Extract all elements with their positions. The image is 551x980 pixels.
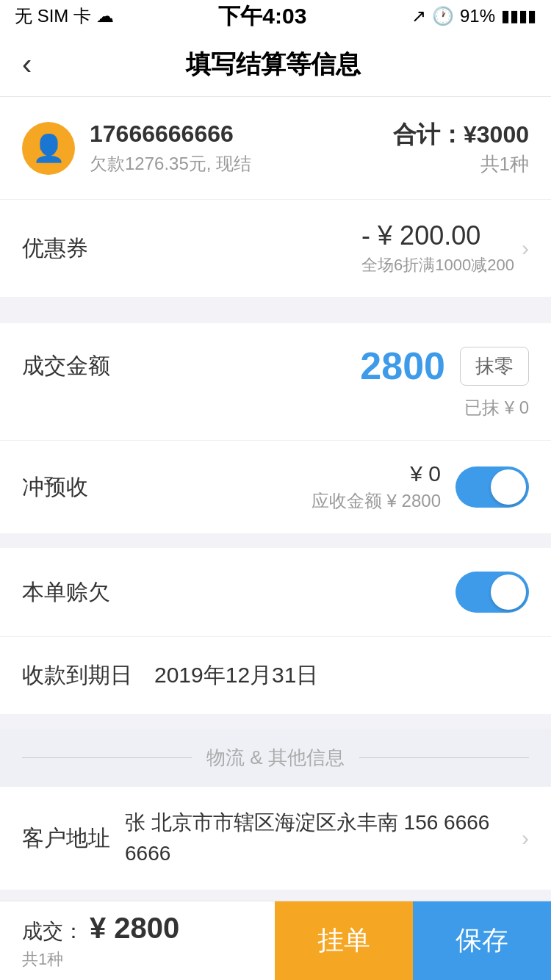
- coupon-description: 全场6折满1000减200: [361, 254, 514, 276]
- clock-icon: 🕐: [432, 6, 454, 26]
- debt-row: 本单赊欠: [0, 548, 551, 636]
- status-bar: 无 SIM 卡 ☁ 下午4:03 ↗ 🕐 91% ▮▮▮▮: [0, 0, 551, 32]
- rounded-sub: 已抹 ¥ 0: [464, 397, 529, 417]
- bottom-deal-row: 成交： ¥ 2800: [22, 912, 253, 945]
- chevron-right-icon: ›: [522, 826, 529, 851]
- debt-toggle[interactable]: [455, 572, 529, 613]
- customer-debt: 欠款1276.35元, 现结: [90, 152, 251, 176]
- divider-line-left: [22, 757, 192, 758]
- logistics-divider: 物流 & 其他信息: [0, 729, 551, 787]
- bottom-deal-label: 成交：: [22, 918, 84, 945]
- section-gap-3: [0, 714, 551, 729]
- advance-amount-block: ¥ 0 应收金额 ¥ 2800: [311, 461, 441, 513]
- page-title: 填写结算等信息: [46, 48, 500, 82]
- debt-label: 本单赊欠: [22, 577, 110, 608]
- sim-label: 无 SIM 卡 ☁: [15, 4, 114, 28]
- amount-label: 成交金额: [22, 351, 110, 381]
- advance-toggle[interactable]: [455, 466, 529, 508]
- address-label: 客户地址: [22, 824, 110, 854]
- pending-button[interactable]: 挂单: [275, 901, 413, 981]
- amount-right: 2800 抹零: [360, 344, 529, 388]
- customer-total: 合计：¥3000 共1种: [393, 119, 529, 177]
- customer-phone: 17666666666: [90, 120, 251, 148]
- amount-value: 2800: [360, 344, 445, 388]
- section-gap-1: [0, 309, 551, 323]
- customer-card: 👤 17666666666 欠款1276.35元, 现结 合计：¥3000 共1…: [0, 97, 551, 297]
- customer-left: 👤 17666666666 欠款1276.35元, 现结: [22, 120, 251, 176]
- bottom-count: 共1种: [22, 948, 253, 970]
- amount-row: 成交金额 2800 抹零: [22, 344, 529, 388]
- total-count: 共1种: [393, 151, 529, 177]
- total-amount: 合计：¥3000: [393, 119, 529, 151]
- logistics-title: 物流 & 其他信息: [206, 745, 345, 771]
- bottom-deal-price: ¥ 2800: [90, 912, 179, 945]
- coupon-right: - ¥ 200.00 全场6折满1000减200 ›: [361, 220, 529, 276]
- coupon-label: 优惠券: [22, 234, 88, 264]
- advance-right: ¥ 0 应收金额 ¥ 2800: [311, 461, 529, 513]
- advance-label: 冲预收: [22, 472, 88, 502]
- divider-line-right: [359, 757, 529, 758]
- status-time: 下午4:03: [218, 1, 306, 32]
- coupon-row[interactable]: 优惠券 - ¥ 200.00 全场6折满1000减200 ›: [0, 199, 551, 297]
- nav-bar: ‹ 填写结算等信息: [0, 32, 551, 97]
- address-value: 张 北京市市辖区海淀区永丰南 156 6666 6666: [125, 807, 507, 869]
- address-row[interactable]: 客户地址 张 北京市市辖区海淀区永丰南 156 6666 6666 ›: [0, 787, 551, 890]
- round-off-button[interactable]: 抹零: [460, 347, 529, 386]
- due-date-value: 2019年12月31日: [154, 660, 318, 691]
- due-date-label: 收款到期日: [22, 660, 132, 691]
- battery-label: 91%: [460, 6, 495, 26]
- back-button[interactable]: ‹: [22, 48, 32, 81]
- avatar: 👤: [22, 122, 75, 175]
- avatar-icon: 👤: [32, 133, 65, 164]
- due-date-row: 收款到期日 2019年12月31日: [0, 636, 551, 714]
- battery-icon: ▮▮▮▮: [501, 7, 536, 26]
- status-right: ↗ 🕐 91% ▮▮▮▮: [411, 6, 536, 26]
- coupon-discount: - ¥ 200.00: [361, 220, 514, 251]
- section-gap-2: [0, 533, 551, 548]
- bottom-bar: 成交： ¥ 2800 共1种 挂单 保存: [0, 901, 551, 980]
- customer-info: 17666666666 欠款1276.35元, 现结: [90, 120, 251, 176]
- bottom-summary: 成交： ¥ 2800 共1种: [0, 912, 275, 970]
- save-button[interactable]: 保存: [413, 901, 551, 981]
- advance-receivable: 应收金额 ¥ 2800: [311, 489, 441, 513]
- amount-section: 成交金额 2800 抹零 已抹 ¥ 0: [0, 323, 551, 440]
- advance-amount: ¥ 0: [311, 461, 441, 486]
- status-left: 无 SIM 卡 ☁: [15, 4, 114, 28]
- advance-row: 冲预收 ¥ 0 应收金额 ¥ 2800: [0, 440, 551, 533]
- location-icon: ↗: [411, 6, 426, 26]
- chevron-right-icon: ›: [522, 236, 529, 261]
